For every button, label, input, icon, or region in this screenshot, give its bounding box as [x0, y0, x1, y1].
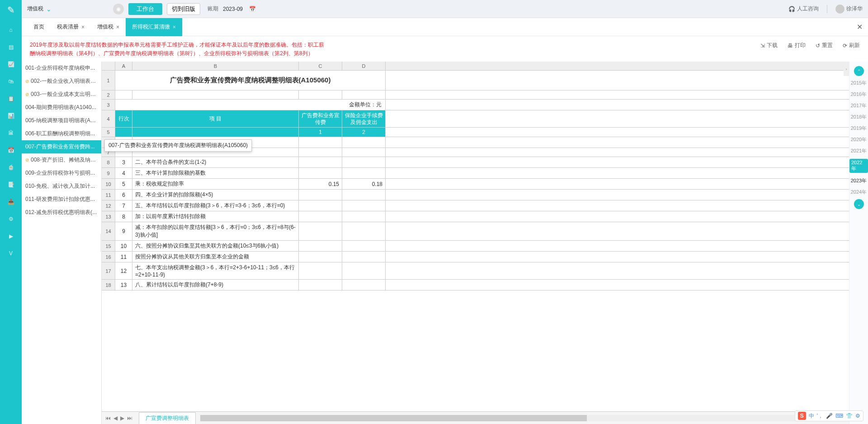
year-item[interactable]: 2022年: [849, 159, 868, 173]
row-header[interactable]: 17: [102, 262, 115, 279]
nav-building-icon[interactable]: 🏛: [6, 129, 15, 138]
col-header-c[interactable]: C: [299, 62, 342, 70]
year-item[interactable]: 2015年: [851, 80, 867, 86]
nav-home-icon[interactable]: ⌂: [6, 25, 15, 34]
tab-close-icon[interactable]: ×: [173, 24, 176, 30]
cell[interactable]: [299, 137, 342, 148]
nav-copy-icon[interactable]: 📑: [6, 180, 15, 189]
nav-settings-icon[interactable]: ⚙: [6, 214, 15, 224]
page-tab[interactable]: 首页: [27, 18, 51, 36]
cell[interactable]: [299, 200, 342, 211]
nav-doc-icon[interactable]: ▤: [6, 43, 15, 52]
cell[interactable]: 八、累计结转以后年度扣除额(7+8-9): [132, 280, 299, 290]
row-header[interactable]: 10: [102, 179, 115, 189]
page-tab[interactable]: 税表清册×: [51, 18, 91, 36]
year-item[interactable]: 2017年: [851, 102, 867, 109]
report-tree-item[interactable]: 012-减免所得税优惠明细表(...: [22, 206, 101, 219]
nav-video-icon[interactable]: ▶: [6, 232, 15, 241]
cell[interactable]: [299, 211, 342, 222]
nav-clipboard-icon[interactable]: 📋: [6, 94, 15, 103]
cell[interactable]: 11: [115, 252, 132, 262]
cell[interactable]: 6: [115, 190, 132, 200]
cell[interactable]: [299, 148, 342, 157]
nav-calendar-icon[interactable]: 📅: [6, 146, 15, 155]
download-button[interactable]: ⇲下载: [760, 42, 778, 49]
close-all-tabs-icon[interactable]: ✕: [857, 23, 863, 31]
report-tree-item[interactable]: ⊘008-资产折旧、摊销及纳税...: [22, 153, 101, 167]
cell[interactable]: 0.15: [299, 179, 342, 189]
nav-inbox-icon[interactable]: 📥: [6, 197, 15, 206]
report-tree-item[interactable]: 007-广告费和业务宣传费跨...: [22, 140, 101, 153]
cell[interactable]: 三、本年计算扣除限额的基数: [132, 168, 299, 178]
cell[interactable]: [299, 252, 342, 262]
record-button[interactable]: ◉: [113, 4, 124, 14]
cell[interactable]: [342, 200, 386, 211]
cell[interactable]: 减：本年扣除的以前年度结转额[3＞6，本行=0；3≤6，本行=8与(6-3)孰小…: [132, 222, 299, 240]
ime-mic-icon[interactable]: 🎤: [826, 413, 833, 419]
print-button[interactable]: 🖶打印: [788, 42, 806, 49]
worktable-button[interactable]: 工作台: [128, 3, 162, 15]
horizontal-scrollbar[interactable]: [200, 415, 844, 421]
report-tree-item[interactable]: 009-企业所得税弥补亏损明...: [22, 167, 101, 180]
cell[interactable]: [299, 280, 342, 290]
row-header[interactable]: 16: [102, 252, 115, 262]
reset-button[interactable]: ↺重置: [816, 42, 833, 49]
nav-hot-icon[interactable]: 🍵: [6, 163, 15, 172]
report-tree-item[interactable]: 011-研发费用加计扣除优惠...: [22, 193, 101, 206]
sheet-nav-last-icon[interactable]: ⏭: [126, 415, 133, 421]
cell[interactable]: 按照分摊协议从其他关联方归集至本企业的金额: [132, 252, 299, 262]
row-header[interactable]: 13: [102, 211, 115, 222]
year-item[interactable]: 2018年: [851, 114, 867, 120]
consult-button[interactable]: 🎧 人工咨询: [788, 5, 819, 13]
cell[interactable]: 7: [115, 200, 132, 211]
nav-chart-icon[interactable]: 📈: [6, 60, 15, 69]
cell[interactable]: 3: [115, 157, 132, 167]
cell[interactable]: 加：以前年度累计结转扣除额: [132, 211, 299, 222]
year-item[interactable]: 2024年: [851, 189, 867, 195]
col-header-a[interactable]: A: [115, 62, 132, 70]
cell[interactable]: [342, 137, 386, 148]
report-tree-item[interactable]: ⊘003-一般企业成本支出明细...: [22, 88, 101, 101]
sheet-nav-next-icon[interactable]: ▶: [119, 415, 125, 421]
cell[interactable]: [342, 168, 386, 178]
cell[interactable]: [299, 241, 342, 251]
year-item[interactable]: 2020年: [851, 136, 867, 143]
year-item[interactable]: 2023年: [851, 177, 867, 184]
sheet-tab[interactable]: 广宣费调整明细表: [139, 412, 196, 424]
row-header[interactable]: 4: [102, 110, 115, 127]
select-all-corner[interactable]: [102, 62, 115, 70]
report-tree-item[interactable]: 006-职工薪酬纳税调整明细...: [22, 127, 101, 140]
col-header-d[interactable]: D: [342, 62, 386, 70]
row-header[interactable]: 14: [102, 222, 115, 240]
cell[interactable]: 四、本企业计算的扣除限额(4×5): [132, 190, 299, 200]
refresh-button[interactable]: ⟳刷新: [843, 42, 860, 49]
year-item[interactable]: 2016年: [851, 91, 867, 98]
cell[interactable]: 8: [115, 211, 132, 222]
cell[interactable]: [342, 148, 386, 157]
nav-report-icon[interactable]: 📊: [6, 111, 15, 120]
cell[interactable]: [299, 262, 342, 279]
ime-settings-icon[interactable]: ⚙: [855, 413, 860, 419]
row-header[interactable]: 12: [102, 200, 115, 211]
ime-item[interactable]: 中: [809, 412, 814, 420]
cell[interactable]: [342, 190, 386, 200]
report-tree-item[interactable]: ⊘002-一般企业收入明细表(A...: [22, 75, 101, 88]
year-down-button[interactable]: ⌄: [854, 199, 864, 209]
expand-right-handle[interactable]: ›: [844, 62, 849, 76]
cell[interactable]: [299, 190, 342, 200]
report-tree-item[interactable]: 004-期间费用明细表(A1040...: [22, 101, 101, 114]
row-header[interactable]: 18: [102, 280, 115, 290]
ime-skin-icon[interactable]: 👕: [846, 413, 853, 419]
cell[interactable]: 10: [115, 241, 132, 251]
year-item[interactable]: 2019年: [851, 125, 867, 132]
tab-close-icon[interactable]: ×: [81, 24, 85, 30]
report-tree-item[interactable]: 005-纳税调整项目明细表(A1...: [22, 114, 101, 127]
row-header[interactable]: 15: [102, 241, 115, 251]
cell[interactable]: [299, 168, 342, 178]
cell[interactable]: 0.18: [342, 179, 386, 189]
cell[interactable]: 五、本年结转以后年度扣除额(3＞6，本行=3-6；3≤6，本行=0): [132, 200, 299, 211]
row-header[interactable]: 8: [102, 157, 115, 167]
report-tree-item[interactable]: 010-免税、减计收入及加计...: [22, 180, 101, 193]
ime-logo-icon[interactable]: S: [798, 412, 806, 420]
cell[interactable]: 9: [115, 222, 132, 240]
